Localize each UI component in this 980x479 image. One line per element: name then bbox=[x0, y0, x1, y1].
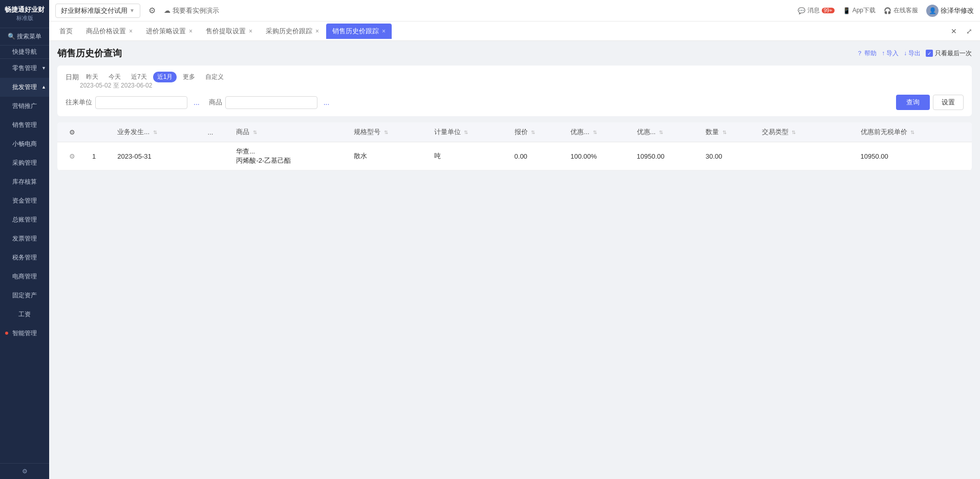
date-label: 日期 bbox=[66, 73, 79, 82]
sidebar-item-marketing[interactable]: 营销推广 bbox=[0, 97, 49, 116]
col-price[interactable]: 报价 ⇅ bbox=[509, 122, 566, 142]
sidebar-item-inventory[interactable]: 库存核算 bbox=[0, 172, 49, 191]
sidebar-inventory-label: 库存核算 bbox=[12, 178, 37, 186]
filter-settings-button[interactable]: 设置 bbox=[933, 95, 964, 110]
export-link[interactable]: ↓ 导出 bbox=[904, 49, 921, 58]
sidebar-item-sales[interactable]: 销售管理 bbox=[0, 116, 49, 135]
product-dots[interactable]: ... bbox=[321, 97, 333, 107]
tab-expand-button[interactable]: ⤢ bbox=[963, 25, 976, 38]
tab-purchase-history-close[interactable]: × bbox=[315, 28, 319, 35]
row-product: 华查... 丙烯酸-2-乙基己酯 bbox=[231, 142, 349, 170]
col-product[interactable]: 商品 ⇅ bbox=[231, 122, 349, 142]
cloud-icon: ☁ bbox=[164, 7, 171, 14]
online-service-action[interactable]: 🎧 在线客服 bbox=[884, 6, 918, 15]
col-pretax-price[interactable]: 优惠前无税单价 ⇅ bbox=[856, 122, 972, 142]
online-service-label: 在线客服 bbox=[893, 6, 918, 15]
topbar: 好业财标准版交付试用 ▼ ⚙ ☁ 我要看实例演示 💬 消息 99+ 📱 App下… bbox=[49, 0, 980, 21]
sidebar-search[interactable]: 🔍 搜索菜单 bbox=[0, 28, 49, 46]
sidebar-item-ecommerce[interactable]: 电商管理 bbox=[0, 267, 49, 286]
sidebar-item-ecommerce-small[interactable]: 小畅电商 bbox=[0, 135, 49, 154]
product-input[interactable] bbox=[225, 96, 317, 109]
tab-sale-history-close[interactable]: × bbox=[382, 28, 386, 35]
app-download-label: App下载 bbox=[853, 6, 876, 15]
col-spacer bbox=[837, 122, 855, 142]
date-btn-custom[interactable]: 自定义 bbox=[201, 72, 228, 82]
message-label: 消息 bbox=[807, 6, 820, 15]
sidebar-purchase-label: 采购管理 bbox=[12, 159, 37, 167]
tab-sale-history[interactable]: 销售历史价跟踪 × bbox=[326, 24, 392, 39]
sidebar-item-salary[interactable]: 工资 bbox=[0, 305, 49, 324]
from-org-input[interactable] bbox=[95, 96, 187, 109]
message-badge: 99+ bbox=[822, 8, 835, 13]
sidebar-item-wholesale[interactable]: 批发管理 bbox=[0, 78, 49, 97]
col-biz-date[interactable]: 业务发生... ⇅ bbox=[112, 122, 202, 142]
sort-icon-qty: ⇅ bbox=[722, 129, 727, 135]
data-table: ⚙ 业务发生... ⇅ ... 商品 ⇅ bbox=[57, 122, 972, 170]
sidebar-item-tax[interactable]: 税务管理 bbox=[0, 248, 49, 267]
tab-home[interactable]: 首页 bbox=[53, 24, 79, 39]
import-link[interactable]: ↑ 导入 bbox=[882, 49, 899, 58]
sidebar-item-assets[interactable]: 固定资产 bbox=[0, 286, 49, 305]
app-icon: 📱 bbox=[843, 7, 850, 14]
col-gear[interactable]: ⚙ bbox=[57, 122, 87, 142]
settings-icon: ⚙ bbox=[148, 6, 156, 15]
sort-icon-product: ⇅ bbox=[253, 129, 257, 135]
user-info[interactable]: 👤 徐泽华修改 bbox=[926, 5, 974, 17]
filter-bar: 日期 昨天 今天 近7天 近1月 更多 自定义 2023-05-02 至 202… bbox=[57, 66, 972, 116]
row-discount1: 100.00% bbox=[565, 142, 631, 170]
col-trade-type[interactable]: 交易类型 ⇅ bbox=[757, 122, 837, 142]
col-spec[interactable]: 规格型号 ⇅ bbox=[349, 122, 429, 142]
col-dots[interactable]: ... bbox=[203, 122, 231, 142]
help-link[interactable]: ？ 帮助 bbox=[857, 49, 877, 58]
col-discount2[interactable]: 优惠... ⇅ bbox=[632, 122, 700, 142]
tab-purchase-strategy-close[interactable]: × bbox=[189, 28, 193, 35]
sidebar-sales-label: 销售管理 bbox=[12, 121, 37, 129]
only-last-checkbox[interactable]: ✓ 只看最后一次 bbox=[926, 49, 972, 58]
table-row: ⚙ 1 2023-05-31 华查... 丙烯酸-2-乙基己酯 散水 吨 0.0… bbox=[57, 142, 972, 170]
from-org-dots[interactable]: ... bbox=[190, 97, 203, 107]
date-btn-more[interactable]: 更多 bbox=[179, 72, 199, 82]
sidebar-quick-nav[interactable]: 快捷导航 bbox=[0, 46, 49, 59]
tab-product-price-label: 商品价格设置 bbox=[86, 27, 126, 36]
sidebar-finance-label: 资金管理 bbox=[12, 197, 37, 205]
app-download-action[interactable]: 📱 App下载 bbox=[843, 6, 876, 15]
tab-sale-history-label: 销售历史价跟踪 bbox=[332, 27, 379, 36]
tab-product-price[interactable]: 商品价格设置 × bbox=[80, 24, 139, 39]
col-qty[interactable]: 数量 ⇅ bbox=[700, 122, 757, 142]
topbar-settings-button[interactable]: ⚙ bbox=[144, 4, 160, 17]
tab-sale-extract-close[interactable]: × bbox=[249, 28, 252, 35]
search-icon: 🔍 bbox=[8, 33, 15, 40]
sidebar-item-finance[interactable]: 资金管理 bbox=[0, 191, 49, 210]
product-label: 商品 bbox=[209, 98, 222, 107]
row-gear[interactable]: ⚙ bbox=[57, 142, 87, 170]
avatar: 👤 bbox=[926, 5, 939, 17]
demo-link[interactable]: ☁ 我要看实例演示 bbox=[164, 6, 219, 15]
tab-product-price-close[interactable]: × bbox=[129, 28, 133, 35]
tab-sale-extract[interactable]: 售价提取设置 × bbox=[200, 24, 259, 39]
sidebar-retail-label: 零售管理 bbox=[12, 64, 37, 73]
tab-purchase-strategy[interactable]: 进价策略设置 × bbox=[140, 24, 199, 39]
tab-close-button[interactable]: ✕ bbox=[947, 25, 961, 38]
sidebar-item-purchase[interactable]: 采购管理 bbox=[0, 154, 49, 172]
logo-sub: 标准版 bbox=[4, 14, 45, 22]
tab-purchase-history[interactable]: 采购历史价跟踪 × bbox=[260, 24, 325, 39]
version-selector[interactable]: 好业财标准版交付试用 ▼ bbox=[55, 4, 140, 18]
date-btn-last1m[interactable]: 近1月 bbox=[153, 72, 177, 82]
user-name: 徐泽华修改 bbox=[941, 6, 974, 15]
col-unit[interactable]: 计量单位 ⇅ bbox=[429, 122, 509, 142]
topbar-left: 好业财标准版交付试用 ▼ ⚙ ☁ 我要看实例演示 bbox=[55, 4, 219, 18]
sidebar-settings[interactable]: ⚙ bbox=[0, 463, 49, 479]
sort-icon-pretax-price: ⇅ bbox=[910, 129, 914, 135]
sort-icon-discount2: ⇅ bbox=[659, 129, 663, 135]
sort-icon-trade-type: ⇅ bbox=[792, 129, 796, 135]
sidebar-item-ledger[interactable]: 总账管理 bbox=[0, 210, 49, 229]
quick-nav-label: 快捷导航 bbox=[12, 48, 37, 55]
row-discount2: 10950.00 bbox=[632, 142, 700, 170]
message-action[interactable]: 💬 消息 99+ bbox=[798, 6, 835, 15]
page-body: 销售历史价查询 ？ 帮助 ↑ 导入 ↓ 导出 ✓ 只看最后一次 bbox=[49, 41, 980, 479]
query-button[interactable]: 查询 bbox=[896, 95, 930, 110]
sidebar-item-smart[interactable]: 智能管理 bbox=[0, 324, 49, 343]
col-discount1[interactable]: 优惠... ⇅ bbox=[565, 122, 631, 142]
sidebar-item-retail[interactable]: 零售管理 bbox=[0, 59, 49, 78]
sidebar-item-invoice[interactable]: 发票管理 bbox=[0, 229, 49, 248]
